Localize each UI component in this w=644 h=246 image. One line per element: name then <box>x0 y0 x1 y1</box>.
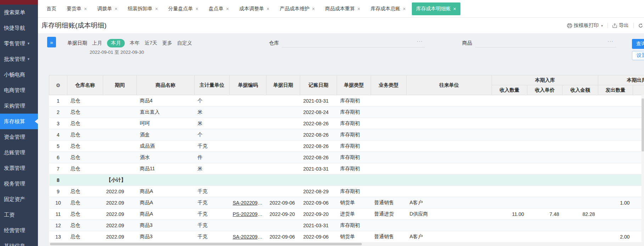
table-cell: 2022-09-20 <box>267 208 300 220</box>
doc-code-link[interactable]: SA-20220906-0 <box>233 200 267 206</box>
print-by-template-button[interactable]: 按模板打印 ▾ <box>567 22 603 29</box>
sidebar-item-9[interactable]: 总账管理 <box>0 145 38 160</box>
close-icon[interactable]: × <box>114 6 117 11</box>
table-subtotal-row[interactable]: 8【小计】 <box>49 175 644 186</box>
table-cell: A客户 <box>407 231 492 242</box>
tab-label: 盘点单 <box>209 6 224 12</box>
doc-code-link[interactable]: PS-20220920-0 <box>233 211 267 217</box>
table-row[interactable]: 2总仓直出直入米2022-08-24库存期初 <box>49 107 644 118</box>
sidebar-item-15[interactable]: 基础信息 <box>0 238 38 246</box>
sidebar-item-6[interactable]: 采购管理 <box>0 98 38 114</box>
table-settings-gear-icon[interactable]: ⚙ <box>49 75 67 95</box>
table-row[interactable]: 12总仓2022.09商品3千克2021-03-31库存期初 <box>49 220 644 231</box>
table-row[interactable]: 9总仓2022.09商品A千克2022-08-29库存期初 <box>49 186 644 197</box>
table-cell: 2022-09-06 <box>300 231 337 242</box>
date-option-3[interactable]: 近7天 <box>145 40 157 46</box>
sidebar-item-5[interactable]: 电商管理 <box>0 82 38 98</box>
sidebar-item-8[interactable]: 资金管理 <box>0 129 38 145</box>
tab-6[interactable]: 成本调整单× <box>235 2 274 15</box>
settings-button[interactable]: 设置 <box>632 51 644 60</box>
tab-4[interactable]: 分量盘点单× <box>164 2 203 15</box>
tab-7[interactable]: 产品成本维护× <box>275 2 319 15</box>
export-button[interactable]: 导出 <box>612 22 629 29</box>
sidebar-item-10[interactable]: 发票管理 <box>0 160 38 176</box>
row-number: 4 <box>49 129 67 141</box>
close-icon[interactable]: × <box>453 6 456 11</box>
date-option-2[interactable]: 本年 <box>130 40 140 46</box>
table-row[interactable]: 13总仓2022.09商品3千克SA-20220906-02022-09-062… <box>49 231 644 242</box>
table-cell <box>407 129 492 141</box>
tab-9[interactable]: 库存成本总账× <box>366 2 410 15</box>
tab-bar: 首页要货单×调拨单×组装拆卸单×分量盘点单×盘点单×成本调整单×产品成本维护×商… <box>38 0 644 18</box>
table-cell <box>230 141 267 152</box>
tab-1[interactable]: 要货单× <box>62 2 91 15</box>
table-cell: 呵呵 <box>137 118 195 129</box>
sidebar-item-3[interactable]: 批发管理▼ <box>0 51 38 67</box>
sidebar-item-2[interactable]: 零售管理▼ <box>0 36 38 51</box>
tab-5[interactable]: 盘点单× <box>205 2 233 15</box>
sidebar-item-14[interactable]: 经营管理 <box>0 223 38 238</box>
vertical-scrollbar[interactable] <box>642 95 644 242</box>
table-cell: 2022-08-26 <box>300 152 337 163</box>
product-picker-button[interactable]: ··· <box>607 38 614 44</box>
tab-10[interactable]: 库存成本明细账× <box>412 2 460 15</box>
close-icon[interactable]: × <box>84 6 87 11</box>
date-option-0[interactable]: 上月 <box>92 40 102 46</box>
table-cell: 库存期初 <box>337 152 371 163</box>
close-icon[interactable]: × <box>357 6 360 11</box>
column-header-6: 记账日期 <box>300 75 337 95</box>
table-cell <box>407 186 492 197</box>
table-cell <box>562 197 598 208</box>
product-input[interactable] <box>475 38 616 47</box>
doc-code-link[interactable]: SA-20220906-0 <box>233 234 267 240</box>
sidebar-item-4[interactable]: 小畅电商 <box>0 67 38 82</box>
table-cell: 普通进货 <box>371 208 407 220</box>
table-cell <box>230 152 267 163</box>
refresh-button[interactable]: 刷新 <box>638 22 644 29</box>
tab-3[interactable]: 组装拆卸单× <box>123 2 162 15</box>
date-option-4[interactable]: 更多 <box>162 40 172 46</box>
table-cell: 总仓 <box>67 129 103 141</box>
table-cell <box>527 231 562 242</box>
close-icon[interactable]: × <box>267 6 269 11</box>
tab-8[interactable]: 商品成本重算× <box>321 2 364 15</box>
sidebar-item-1[interactable]: 快捷导航 <box>0 20 38 36</box>
sidebar-item-12[interactable]: 固定资产 <box>0 191 38 207</box>
sidebar-item-0[interactable]: 搜索菜单 <box>0 5 38 20</box>
vertical-scrollbar-thumb[interactable] <box>642 98 644 151</box>
sub-column-header-2: 收入金额 <box>562 85 598 95</box>
table-row[interactable]: 3总仓呵呵米2022-08-26库存期初 <box>49 118 644 129</box>
table-cell <box>492 118 527 129</box>
table-row[interactable]: 7总仓商品11米2021-03-31库存期初 <box>49 163 644 175</box>
sidebar-item-7[interactable]: 库存核算 <box>0 114 38 129</box>
close-icon[interactable]: × <box>312 6 315 11</box>
close-icon[interactable]: × <box>196 6 198 11</box>
table-row[interactable]: 10总仓2022.09商品A千克SA-20220906-02022-09-062… <box>49 197 644 208</box>
table-cell: 成品酒 <box>137 141 195 152</box>
close-icon[interactable]: × <box>155 6 158 11</box>
table-row[interactable]: 5总仓成品酒千克2022-08-26库存期初 <box>49 141 644 152</box>
query-button[interactable]: 查询 <box>632 39 644 49</box>
date-option-5[interactable]: 自定义 <box>177 40 192 46</box>
warehouse-picker-button[interactable]: ··· <box>417 38 423 44</box>
close-icon[interactable]: × <box>403 6 406 11</box>
table-cell <box>598 175 633 186</box>
table-row[interactable]: 11总仓2022.09商品A千克PS-20220920-02022-09-202… <box>49 208 644 220</box>
table-row[interactable]: 1总仓商品4个2021-03-31库存期初 <box>49 95 644 107</box>
date-option-1[interactable]: 本月 <box>107 39 125 47</box>
expand-filter-button[interactable]: » <box>47 37 56 47</box>
sidebar-item-11[interactable]: 税务管理 <box>0 176 38 191</box>
warehouse-input[interactable] <box>282 38 425 47</box>
table-row[interactable]: 4总仓酒盒个2022-08-26库存期初 <box>49 129 644 141</box>
horizontal-scrollbar-thumb[interactable] <box>50 243 362 245</box>
table-cell <box>337 175 371 186</box>
table-row[interactable]: 6总仓酒水件2022-08-26库存期初 <box>49 152 644 163</box>
column-header-4: 单据编码 <box>230 75 267 95</box>
horizontal-scrollbar[interactable] <box>49 242 644 246</box>
close-icon[interactable]: × <box>226 6 229 11</box>
sidebar-item-13[interactable]: 工资 <box>0 207 38 223</box>
tab-0[interactable]: 首页 <box>42 2 61 15</box>
date-filter-label: 单据日期 <box>67 40 87 46</box>
row-number: 5 <box>49 141 67 152</box>
tab-2[interactable]: 调拨单× <box>93 2 122 15</box>
